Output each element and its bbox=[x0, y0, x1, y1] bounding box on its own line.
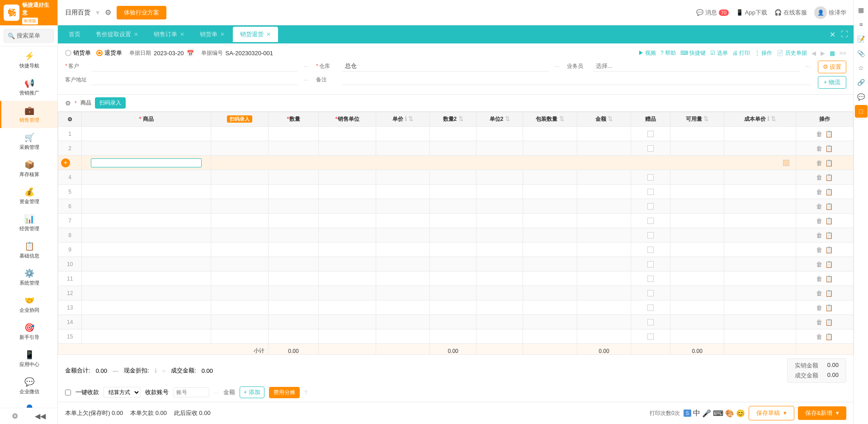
gift-checkbox-11[interactable] bbox=[647, 276, 654, 282]
save-draft-btn[interactable]: 保存草稿 ▾ bbox=[749, 406, 794, 420]
available-sort-icon[interactable]: ⇅ bbox=[703, 115, 708, 122]
mic-icon[interactable]: 🎤 bbox=[702, 409, 711, 418]
sidebar-item-inventory[interactable]: 📦 库存核算 bbox=[0, 155, 57, 182]
right-icon-orange[interactable]: □ bbox=[855, 105, 868, 118]
delete-row-12[interactable]: 🗑 bbox=[816, 290, 822, 297]
close-tab-action[interactable]: ✕ bbox=[828, 29, 837, 41]
sidebar-item-sales[interactable]: 💼 销售管理 bbox=[0, 101, 57, 128]
save-draft-dropdown-icon[interactable]: ▾ bbox=[783, 410, 787, 416]
delete-row-5[interactable]: 🗑 bbox=[816, 188, 822, 195]
gift-checkbox-12[interactable] bbox=[647, 290, 654, 296]
delete-row-14[interactable]: 🗑 bbox=[816, 319, 822, 326]
save-new-dropdown-icon[interactable]: ▾ bbox=[836, 410, 839, 416]
expand-tab-action[interactable]: ⛶ bbox=[839, 29, 850, 41]
unit2-cell-2[interactable] bbox=[476, 141, 523, 156]
gift-checkbox-15[interactable] bbox=[647, 333, 654, 340]
toolbar-operate[interactable]: ⋮ 操作 bbox=[755, 49, 772, 57]
message-btn[interactable]: 💬 消息 70 bbox=[696, 9, 729, 17]
unit-cell-2[interactable] bbox=[319, 141, 376, 156]
right-icon-chat[interactable]: 💬 bbox=[855, 91, 868, 103]
price-cell-1[interactable] bbox=[376, 127, 430, 141]
customer-more-icon[interactable]: ··· bbox=[303, 62, 309, 70]
right-icon-star[interactable]: ☆ bbox=[855, 62, 868, 74]
qty2-cell-2[interactable] bbox=[430, 141, 476, 156]
toolbar-grid-view[interactable]: ▦ bbox=[830, 50, 835, 57]
sidebar-item-business[interactable]: 📊 经营管理 bbox=[0, 210, 57, 237]
tab-sales-order[interactable]: 销售订单 ✕ bbox=[146, 27, 192, 42]
unit2-cell-1[interactable] bbox=[476, 127, 523, 141]
tab-home[interactable]: 首页 bbox=[61, 27, 88, 42]
zh-icon[interactable]: 中 bbox=[693, 409, 700, 418]
keyboard-icon[interactable]: ⌨ bbox=[713, 409, 723, 418]
gift-cell-2[interactable] bbox=[631, 141, 670, 156]
skin-icon[interactable]: 🎨 bbox=[725, 409, 734, 418]
gift-checkbox-4[interactable] bbox=[647, 174, 654, 181]
copy-row-13[interactable]: 📋 bbox=[825, 304, 833, 311]
add-row-btn[interactable]: + bbox=[61, 158, 70, 167]
gift-cell-1[interactable] bbox=[631, 127, 670, 141]
calendar-icon[interactable]: 📅 bbox=[187, 50, 194, 57]
toolbar-history[interactable]: 📄 历史单据 bbox=[777, 49, 807, 57]
pack-cell-1[interactable] bbox=[523, 127, 577, 141]
expense-btn[interactable]: 费用分摊 bbox=[269, 387, 300, 398]
delete-row-6[interactable]: 🗑 bbox=[816, 203, 822, 210]
pack-cell-2[interactable] bbox=[523, 141, 577, 156]
gift-checkbox-5[interactable] bbox=[647, 189, 654, 195]
product-input-3[interactable] bbox=[91, 158, 202, 167]
pack-sort-icon[interactable]: ⇅ bbox=[559, 115, 564, 122]
topbar-setting-icon[interactable]: ⚙ bbox=[105, 8, 111, 17]
delete-row-1[interactable]: 🗑 bbox=[816, 130, 822, 138]
sidebar-item-wechat[interactable]: 💬 企业微信 bbox=[0, 372, 57, 400]
topbar-dropdown-icon[interactable]: ▾ bbox=[96, 8, 99, 17]
copy-row-5[interactable]: 📋 bbox=[825, 188, 833, 195]
delete-row-4[interactable]: 🗑 bbox=[816, 174, 822, 181]
radio-sales[interactable]: 销货单 bbox=[65, 49, 91, 57]
sidebar-item-quick-nav[interactable]: ⚡ 快捷导航 bbox=[0, 47, 57, 74]
search-menu-button[interactable]: 🔍 搜索菜单 bbox=[4, 29, 54, 43]
copy-row-3[interactable]: 📋 bbox=[825, 159, 833, 167]
right-icon-table[interactable]: ▦ bbox=[855, 4, 868, 16]
gift-checkbox-6[interactable] bbox=[647, 203, 654, 210]
toolbar-list-view[interactable]: ≡≡ bbox=[840, 50, 846, 57]
sidebar-item-apps[interactable]: 📱 应用中心 bbox=[0, 345, 57, 372]
one-click-payment-checkbox[interactable] bbox=[65, 390, 71, 395]
copy-row-8[interactable]: 📋 bbox=[825, 232, 833, 239]
customer-service-btn[interactable]: 🎧 在线客服 bbox=[774, 9, 807, 17]
copy-row-11[interactable]: 📋 bbox=[825, 275, 833, 282]
copy-row-10[interactable]: 📋 bbox=[825, 261, 833, 268]
price-cell-2[interactable] bbox=[376, 141, 430, 156]
settlement-method-select[interactable]: 结算方式 bbox=[104, 387, 141, 398]
toolbar-next[interactable]: ▶ bbox=[821, 50, 825, 57]
gift-checkbox-8[interactable] bbox=[647, 232, 654, 238]
copy-row-15[interactable]: 📋 bbox=[825, 333, 833, 340]
copy-row-14[interactable]: 📋 bbox=[825, 319, 833, 326]
amount-sort-icon[interactable]: ⇅ bbox=[608, 115, 613, 122]
cost-cell-1[interactable] bbox=[724, 127, 796, 141]
delete-row-3[interactable]: 🗑 bbox=[816, 159, 822, 167]
sidebar-item-enterprise[interactable]: 🤝 企业协同 bbox=[0, 291, 57, 318]
delete-row-2[interactable]: 🗑 bbox=[816, 145, 822, 152]
copy-row-12[interactable]: 📋 bbox=[825, 290, 833, 297]
sidebar-item-newbie[interactable]: 🎯 新手引导 bbox=[0, 318, 57, 345]
sidebar-item-marketing[interactable]: 📢 营销推广 bbox=[0, 74, 57, 101]
unit-price-sort-icon[interactable]: ⇅ bbox=[408, 115, 413, 122]
customer-input[interactable] bbox=[91, 61, 298, 71]
salesperson-input[interactable] bbox=[593, 61, 800, 71]
sidebar-item-system[interactable]: ⚙️ 系统管理 bbox=[0, 264, 57, 291]
amount-cell-1[interactable] bbox=[577, 127, 631, 141]
logistics-btn[interactable]: + 物流 bbox=[818, 76, 846, 89]
unit2-sort-icon[interactable]: ⇅ bbox=[505, 115, 510, 122]
copy-row-2[interactable]: 📋 bbox=[825, 145, 833, 152]
delete-row-10[interactable]: 🗑 bbox=[816, 261, 822, 268]
app-download-btn[interactable]: 📱 App下载 bbox=[736, 9, 767, 17]
tab-close-sales-return[interactable]: ✕ bbox=[266, 31, 271, 38]
qty2-cell-1[interactable] bbox=[430, 127, 476, 141]
product-cell-1[interactable] bbox=[82, 127, 211, 141]
unit-cell-1[interactable] bbox=[319, 127, 376, 141]
tab-close-sales-order[interactable]: ✕ bbox=[180, 31, 184, 38]
right-icon-list[interactable]: ≡ bbox=[855, 18, 868, 31]
toolbar-select[interactable]: ☑ 选单 bbox=[710, 49, 727, 57]
right-icon-link[interactable]: 🔗 bbox=[855, 76, 868, 89]
sidebar-item-basic[interactable]: 📋 基础信息 bbox=[0, 237, 57, 264]
qty2-sort-icon[interactable]: ⇅ bbox=[458, 115, 463, 122]
